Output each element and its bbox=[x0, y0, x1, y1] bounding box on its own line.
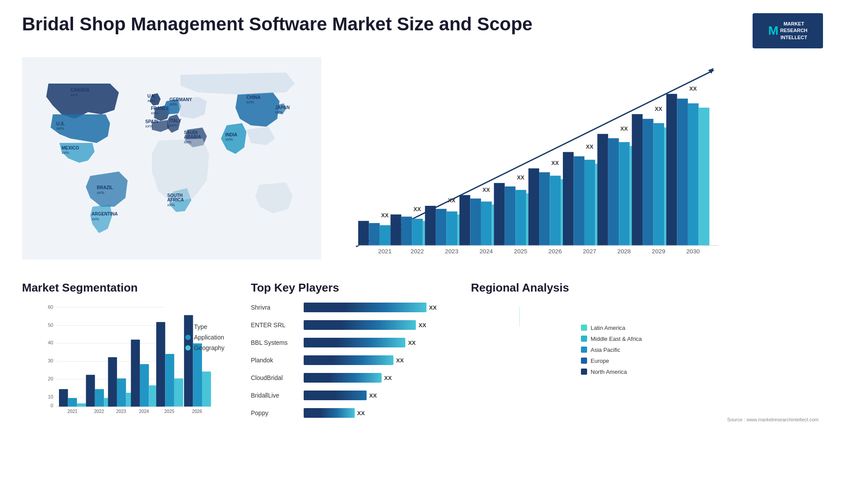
bar-shrivra bbox=[304, 303, 426, 312]
brazil-label: BRAZIL bbox=[97, 185, 113, 190]
bar-chart-svg: 2021 XX 2022 XX 2023 XX bbox=[334, 62, 722, 268]
svg-text:XX: XX bbox=[689, 85, 697, 92]
svg-rect-59 bbox=[688, 103, 698, 245]
player-name-poppy: Poppy bbox=[251, 409, 299, 416]
svg-text:2028: 2028 bbox=[617, 248, 631, 255]
svg-rect-39 bbox=[563, 152, 573, 245]
seg-chart-container: 60 50 40 30 20 10 0 bbox=[22, 301, 233, 417]
brazil-pct: xx% bbox=[97, 190, 104, 195]
svg-text:2022: 2022 bbox=[94, 409, 104, 414]
player-name-shrivra: Shrivra bbox=[251, 304, 299, 311]
source-text: Source : www.marketresearchintellect.com bbox=[727, 417, 819, 422]
player-name-bbl: BBL Systems bbox=[251, 339, 299, 346]
svg-rect-9 bbox=[390, 215, 401, 245]
player-row-shrivra: Shrivra XX bbox=[251, 301, 453, 314]
svg-rect-45 bbox=[597, 134, 608, 246]
svg-rect-87 bbox=[117, 379, 126, 407]
world-map-svg: CANADA xx% U.S. xx% MEXICO xx% BRAZIL xx… bbox=[22, 57, 321, 259]
player-bar-bbl: XX bbox=[304, 336, 453, 349]
svg-rect-34 bbox=[539, 172, 550, 245]
players-title: Top Key Players bbox=[251, 281, 453, 295]
svg-rect-51 bbox=[632, 114, 643, 245]
logo-text-block: MARKET RESEARCH INTELLECT bbox=[780, 21, 808, 41]
france-label: FRANCE bbox=[151, 106, 169, 111]
player-value-poppy: XX bbox=[357, 410, 365, 416]
player-row-bbl: BBL Systems XX bbox=[251, 336, 453, 349]
player-bar-cloudbridal: XX bbox=[304, 372, 453, 384]
segmentation-title: Market Segmentation bbox=[22, 281, 233, 295]
player-value-bbl: XX bbox=[408, 340, 415, 346]
uk-pct: xx% bbox=[147, 99, 155, 103]
china-label: CHINA bbox=[246, 95, 261, 100]
svg-rect-52 bbox=[643, 119, 653, 245]
seg-chart-svg: 60 50 40 30 20 10 0 bbox=[22, 301, 233, 416]
legend-geography: Geography bbox=[185, 344, 224, 351]
svg-rect-11 bbox=[412, 219, 422, 245]
player-value-bridallive: XX bbox=[369, 392, 377, 399]
players-section: Top Key Players Shrivra XX ENTER SRL XX … bbox=[242, 281, 462, 424]
svg-text:30: 30 bbox=[48, 358, 53, 363]
svg-text:XX: XX bbox=[551, 160, 559, 166]
legend-dot-application bbox=[185, 335, 191, 340]
svg-rect-22 bbox=[470, 198, 481, 245]
svg-rect-21 bbox=[459, 195, 470, 246]
bar-cloudbridal bbox=[304, 373, 382, 383]
regional-legend-europe: Europe bbox=[581, 358, 642, 364]
france-pct: xx% bbox=[151, 111, 158, 115]
svg-point-107 bbox=[496, 327, 542, 373]
southafrica-pct: xx% bbox=[167, 203, 175, 207]
svg-rect-17 bbox=[447, 212, 457, 245]
player-value-shrivra: XX bbox=[429, 304, 437, 311]
svg-rect-47 bbox=[619, 142, 629, 245]
player-value-enter-srl: XX bbox=[419, 322, 426, 329]
bar-poppy bbox=[304, 408, 355, 418]
regional-label-apac: Asia Pacific bbox=[591, 347, 620, 353]
player-value-plandok: XX bbox=[396, 357, 404, 364]
svg-rect-58 bbox=[677, 99, 687, 245]
donut-container: Latin America Middle East & Africa Asia … bbox=[471, 301, 823, 398]
svg-rect-83 bbox=[95, 389, 104, 407]
player-bar-enter-srl: XX bbox=[304, 319, 453, 331]
logo-container: M MARKET RESEARCH INTELLECT bbox=[753, 13, 823, 48]
seg-legend: Type Application Geography bbox=[185, 323, 224, 351]
svg-text:XX: XX bbox=[655, 106, 662, 112]
bar-bbl bbox=[304, 338, 405, 347]
legend-application: Application bbox=[185, 334, 224, 341]
regional-legend-latin: Latin America bbox=[581, 325, 642, 331]
uk-label: U.K. bbox=[147, 94, 156, 99]
india-pct: xx% bbox=[225, 137, 233, 142]
svg-rect-100 bbox=[202, 372, 211, 407]
svg-text:2024: 2024 bbox=[139, 409, 149, 414]
italy-pct: xx% bbox=[169, 123, 177, 128]
china-pct: xx% bbox=[246, 100, 254, 104]
svg-text:XX: XX bbox=[414, 206, 421, 212]
svg-rect-5 bbox=[380, 225, 390, 245]
svg-rect-40 bbox=[573, 156, 584, 245]
svg-rect-60 bbox=[698, 108, 709, 245]
svg-rect-46 bbox=[608, 138, 619, 245]
svg-rect-29 bbox=[515, 190, 526, 245]
regional-legend-mea: Middle East & Africa bbox=[581, 336, 642, 342]
svg-rect-94 bbox=[156, 322, 165, 406]
svg-rect-57 bbox=[666, 94, 677, 245]
svg-rect-78 bbox=[59, 389, 68, 407]
saudi-pct: xx% bbox=[184, 140, 191, 144]
legend-dot-geography bbox=[185, 345, 191, 351]
player-row-plandok: Plandok XX bbox=[251, 354, 453, 366]
svg-text:50: 50 bbox=[48, 322, 53, 328]
regional-dot-latin bbox=[581, 325, 587, 331]
canada-label: CANADA bbox=[70, 88, 89, 92]
player-row-poppy: Poppy XX bbox=[251, 407, 453, 419]
header: Bridal Shop Management Software Market S… bbox=[22, 13, 823, 48]
map-section: CANADA xx% U.S. xx% MEXICO xx% BRAZIL xx… bbox=[22, 57, 321, 274]
mexico-pct: xx% bbox=[62, 150, 69, 155]
bar-plandok bbox=[304, 355, 393, 365]
svg-rect-23 bbox=[481, 201, 492, 245]
svg-text:2021: 2021 bbox=[67, 409, 77, 414]
mexico-label: MEXICO bbox=[62, 146, 79, 150]
svg-text:XX: XX bbox=[586, 143, 593, 150]
regional-title: Regional Analysis bbox=[471, 281, 823, 295]
spain-pct: xx% bbox=[145, 124, 153, 128]
bar-bridallive bbox=[304, 391, 367, 400]
svg-text:0: 0 bbox=[51, 403, 53, 408]
